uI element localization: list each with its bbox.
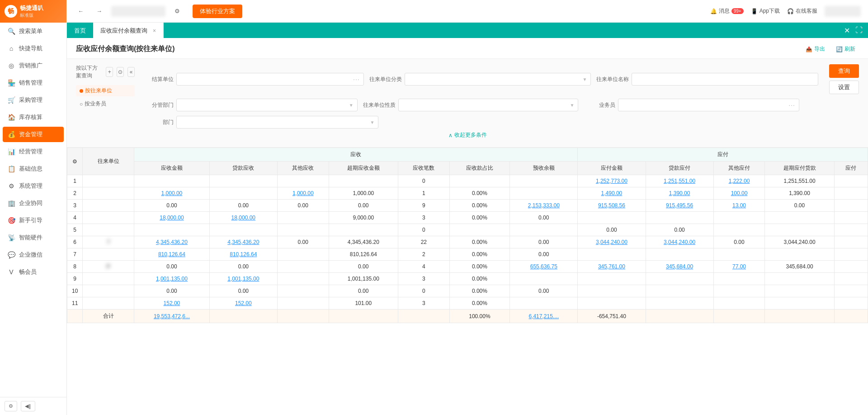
row-cell[interactable]: 915,508.56 bbox=[578, 200, 646, 212]
row-cell[interactable] bbox=[646, 212, 713, 224]
settlement-input[interactable]: ··· bbox=[176, 73, 364, 86]
row-cell[interactable]: 0.00 bbox=[510, 285, 578, 297]
row-cell[interactable]: 345,761.00 bbox=[578, 261, 646, 273]
row-cell[interactable]: 1,222.00 bbox=[713, 175, 765, 187]
sidebar-item-enterprise[interactable]: 🏢 企业协同 bbox=[0, 195, 66, 212]
row-cell[interactable]: 0.00 bbox=[209, 200, 277, 212]
row-cell[interactable] bbox=[578, 297, 646, 310]
row-cell[interactable]: 1,252,773.00 bbox=[578, 175, 646, 187]
row-cell[interactable] bbox=[578, 285, 646, 297]
maximize-btn[interactable]: ⛶ bbox=[854, 24, 864, 37]
header-settings-btn[interactable]: ⚙ bbox=[171, 8, 184, 14]
sidebar-item-system[interactable]: ⚙ 系统管理 bbox=[0, 177, 66, 195]
row-cell[interactable]: 4,345,436.20 bbox=[134, 236, 210, 248]
sidebar-item-marketing[interactable]: ◎ 营销推广 bbox=[0, 57, 66, 74]
row-cell[interactable]: 3,044,240.00 bbox=[646, 236, 713, 248]
row-cell[interactable]: 1,251,551.00 bbox=[646, 175, 713, 187]
dept-input[interactable]: ▼ bbox=[176, 99, 358, 111]
row-cell[interactable] bbox=[713, 285, 765, 297]
row-cell[interactable]: 655,636.75 bbox=[510, 261, 578, 273]
app-download-btn[interactable]: 📱 App下载 bbox=[751, 7, 780, 15]
row-cell[interactable]: 0.00 bbox=[510, 212, 578, 224]
partner-nature-input[interactable]: ▼ bbox=[398, 99, 579, 111]
row-cell[interactable]: 1,000.00 bbox=[134, 187, 210, 200]
row-cell[interactable]: 3,044,240.00 bbox=[578, 236, 646, 248]
sidebar-item-member[interactable]: V 畅会员 bbox=[0, 263, 66, 281]
row-cell[interactable]: 77.00 bbox=[713, 261, 765, 273]
row-cell[interactable]: 1,001,135.00 bbox=[209, 273, 277, 285]
row-cell[interactable] bbox=[277, 273, 329, 285]
sidebar-item-enterprise-wx[interactable]: 💬 企业微信 bbox=[0, 246, 66, 263]
collapse-bar[interactable]: ∧ 收起更多条件 bbox=[76, 129, 859, 142]
row-cell[interactable] bbox=[510, 224, 578, 236]
row-cell[interactable] bbox=[277, 175, 329, 187]
row-cell[interactable]: 0.00 bbox=[209, 261, 277, 273]
row-cell[interactable] bbox=[578, 273, 646, 285]
row-cell[interactable] bbox=[646, 297, 713, 310]
export-btn[interactable]: 📤 导出 bbox=[802, 43, 829, 55]
row-cell[interactable] bbox=[646, 273, 713, 285]
sidebar-item-basic-info[interactable]: 📋 基础信息 bbox=[0, 160, 66, 177]
row-cell[interactable] bbox=[510, 273, 578, 285]
settings-btn-right[interactable]: 设置 bbox=[829, 81, 859, 94]
partner-name-input[interactable] bbox=[632, 73, 818, 86]
row-cell[interactable] bbox=[277, 224, 329, 236]
sidebar-item-quick-nav[interactable]: ⌂ 快捷导航 bbox=[0, 40, 66, 57]
online-service-btn[interactable]: 🎧 在线客服 bbox=[787, 7, 817, 15]
row-cell[interactable] bbox=[510, 175, 578, 187]
sidebar-collapse-btn[interactable]: ◀‖ bbox=[21, 401, 35, 411]
row-cell[interactable] bbox=[510, 297, 578, 310]
sidebar-item-operations[interactable]: 📊 经营管理 bbox=[0, 143, 66, 160]
close-window-btn[interactable]: ✕ bbox=[842, 24, 852, 37]
table-settings-col[interactable]: ⚙ bbox=[67, 148, 83, 175]
row-cell[interactable] bbox=[578, 212, 646, 224]
row-cell[interactable] bbox=[713, 224, 765, 236]
sidebar-item-purchase[interactable]: 🛒 采购管理 bbox=[0, 91, 66, 109]
tab-close-icon[interactable]: × bbox=[153, 28, 156, 34]
nav-back[interactable]: ← bbox=[74, 8, 87, 14]
message-btn[interactable]: 🔔 消息 99+ bbox=[710, 7, 744, 15]
row-cell[interactable]: 4,345,436.20 bbox=[209, 236, 277, 248]
row-cell[interactable] bbox=[277, 285, 329, 297]
row-cell[interactable]: 0.00 bbox=[578, 224, 646, 236]
row-cell[interactable] bbox=[277, 297, 329, 310]
row-cell[interactable]: 0.00 bbox=[134, 261, 210, 273]
row-cell[interactable]: 810,126.64 bbox=[134, 248, 210, 261]
add-scheme-btn[interactable]: + bbox=[106, 67, 113, 77]
sidebar-item-finance[interactable]: 💰 资金管理 bbox=[3, 127, 64, 142]
row-cell[interactable]: 0.00 bbox=[209, 285, 277, 297]
query-btn[interactable]: 查询 bbox=[829, 64, 859, 78]
row-cell[interactable]: 0.00 bbox=[510, 236, 578, 248]
row-cell[interactable]: 0.00 bbox=[277, 236, 329, 248]
scheme-settings-btn[interactable]: ⊙ bbox=[117, 67, 124, 77]
row-cell[interactable]: 18,000.00 bbox=[134, 212, 210, 224]
row-cell[interactable] bbox=[713, 248, 765, 261]
row-cell[interactable]: 0.00 bbox=[646, 224, 713, 236]
row-cell[interactable]: 915,495.56 bbox=[646, 200, 713, 212]
row-cell[interactable]: 13.00 bbox=[713, 200, 765, 212]
row-cell[interactable]: 1,390.00 bbox=[646, 187, 713, 200]
row-cell[interactable]: 345,684.00 bbox=[646, 261, 713, 273]
row-cell[interactable] bbox=[209, 224, 277, 236]
row-cell[interactable] bbox=[713, 273, 765, 285]
sidebar-item-sales[interactable]: 🏪 销售管理 bbox=[0, 74, 66, 91]
sidebar-settings-btn[interactable]: ⚙ bbox=[5, 401, 17, 411]
row-cell[interactable] bbox=[713, 212, 765, 224]
scheme-by-partner[interactable]: 按往来单位 bbox=[76, 85, 135, 96]
row-cell[interactable] bbox=[134, 224, 210, 236]
row-cell[interactable] bbox=[209, 187, 277, 200]
refresh-btn[interactable]: 🔄 刷新 bbox=[832, 43, 859, 55]
partner-category-input[interactable]: ▼ bbox=[405, 73, 591, 86]
sidebar-item-search-menu[interactable]: 🔍 搜索菜单 bbox=[0, 23, 66, 40]
row-cell[interactable] bbox=[578, 248, 646, 261]
row-cell[interactable]: 100.00 bbox=[713, 187, 765, 200]
row-cell[interactable] bbox=[277, 212, 329, 224]
sidebar-item-guide[interactable]: 🎯 新手引导 bbox=[0, 212, 66, 229]
row-cell[interactable]: 0.00 bbox=[277, 200, 329, 212]
row-cell[interactable]: 152.00 bbox=[209, 297, 277, 310]
row-cell[interactable] bbox=[713, 297, 765, 310]
sidebar-item-inventory[interactable]: 🏠 库存核算 bbox=[0, 109, 66, 126]
row-cell[interactable]: 0.00 bbox=[510, 248, 578, 261]
row-cell[interactable]: 18,000.00 bbox=[209, 212, 277, 224]
row-cell[interactable]: 2,153,333.00 bbox=[510, 200, 578, 212]
